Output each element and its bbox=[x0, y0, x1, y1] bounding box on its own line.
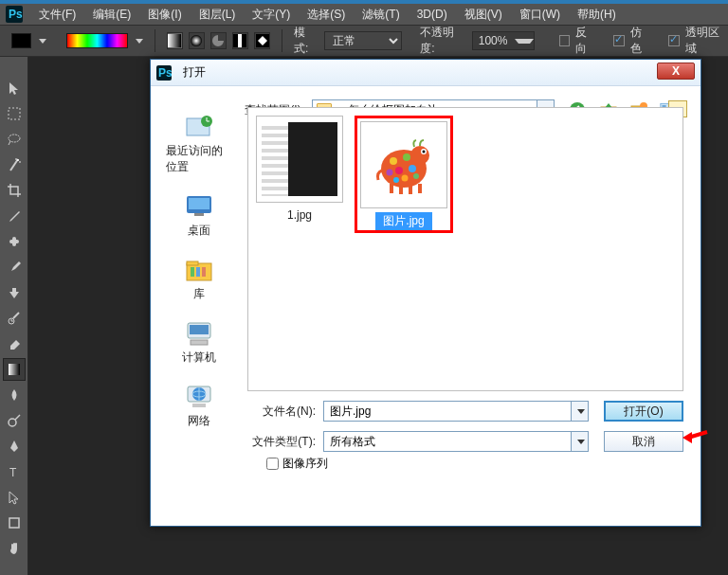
dialog-title: 打开 bbox=[183, 64, 206, 81]
place-computer[interactable]: 计算机 bbox=[182, 319, 216, 366]
gradient-angle-icon[interactable] bbox=[210, 32, 227, 49]
gradient-linear-icon[interactable] bbox=[167, 32, 183, 49]
eyedropper-tool-icon[interactable] bbox=[3, 205, 26, 227]
dialog-titlebar[interactable]: Ps 打开 X bbox=[151, 60, 701, 86]
options-bar: 模式: 正常 不透明度: 100% 反向 仿色 透明区域 bbox=[0, 25, 728, 57]
mode-label: 模式: bbox=[294, 25, 318, 57]
image-sequence-label: 图像序列 bbox=[282, 456, 328, 472]
svg-rect-31 bbox=[189, 198, 209, 209]
open-dialog: Ps 打开 X 查找范围(I): ps怎么给抠图加白边 最近访问的位置 bbox=[150, 59, 701, 527]
gradient-diamond-icon[interactable] bbox=[254, 32, 270, 49]
gradient-dropdown-icon[interactable] bbox=[136, 39, 143, 44]
place-desktop[interactable]: 桌面 bbox=[183, 192, 215, 239]
svg-point-55 bbox=[413, 173, 419, 179]
move-tool-icon[interactable] bbox=[3, 77, 26, 99]
svg-text:Ps: Ps bbox=[9, 8, 23, 21]
file-item-2[interactable]: 图片.jpg bbox=[355, 116, 453, 233]
lasso-tool-icon[interactable] bbox=[3, 128, 26, 151]
reverse-checkbox[interactable] bbox=[559, 35, 570, 46]
svg-point-46 bbox=[410, 146, 429, 165]
cancel-button[interactable]: 取消 bbox=[604, 431, 683, 452]
menu-image[interactable]: 图像(I) bbox=[139, 4, 190, 25]
svg-point-11 bbox=[15, 158, 17, 160]
dither-label: 仿色 bbox=[630, 25, 652, 57]
main-menubar: Ps 文件(F) 编辑(E) 图像(I) 图层(L) 文字(Y) 选择(S) 滤… bbox=[0, 4, 728, 25]
filename-input[interactable] bbox=[323, 401, 572, 422]
filetype-label: 文件类型(T): bbox=[247, 434, 323, 450]
file-list[interactable]: 1.jpg bbox=[247, 107, 683, 391]
marquee-tool-icon[interactable] bbox=[3, 102, 26, 125]
eraser-tool-icon[interactable] bbox=[3, 332, 26, 355]
libraries-icon bbox=[183, 256, 215, 284]
menu-file[interactable]: 文件(F) bbox=[30, 4, 84, 25]
svg-rect-60 bbox=[418, 184, 422, 193]
crop-tool-icon[interactable] bbox=[3, 179, 26, 202]
gradient-reflected-icon[interactable] bbox=[232, 32, 248, 49]
history-brush-tool-icon[interactable] bbox=[3, 307, 26, 330]
filename-dropdown-icon[interactable] bbox=[572, 401, 589, 422]
opacity-field[interactable]: 100% bbox=[472, 31, 536, 50]
dodge-tool-icon[interactable] bbox=[3, 409, 26, 432]
svg-rect-57 bbox=[390, 184, 393, 193]
type-tool-icon[interactable]: T bbox=[3, 460, 26, 483]
places-bar: 最近访问的位置 桌面 库 计算机 网络 bbox=[166, 113, 232, 429]
svg-point-8 bbox=[9, 135, 20, 142]
gradient-tool-icon[interactable] bbox=[3, 358, 26, 381]
magic-wand-tool-icon[interactable] bbox=[3, 153, 26, 176]
clone-tool-icon[interactable] bbox=[3, 281, 26, 304]
svg-point-10 bbox=[19, 161, 21, 163]
opacity-label: 不透明度: bbox=[420, 25, 465, 57]
shape-tool-icon[interactable] bbox=[3, 512, 26, 534]
reverse-label: 反向 bbox=[575, 25, 597, 57]
menu-text[interactable]: 文字(Y) bbox=[244, 4, 299, 25]
place-libraries[interactable]: 库 bbox=[183, 256, 215, 302]
menu-help[interactable]: 帮助(H) bbox=[569, 4, 625, 25]
menu-select[interactable]: 选择(S) bbox=[299, 4, 354, 25]
file-item-1[interactable]: 1.jpg bbox=[256, 116, 343, 222]
place-network[interactable]: 网络 bbox=[183, 383, 215, 429]
mode-select[interactable]: 正常 bbox=[324, 31, 402, 50]
svg-rect-15 bbox=[9, 364, 20, 375]
svg-rect-13 bbox=[12, 237, 16, 246]
svg-rect-39 bbox=[190, 325, 209, 334]
svg-rect-35 bbox=[191, 267, 194, 277]
foreground-swatch[interactable] bbox=[11, 33, 31, 48]
svg-rect-7 bbox=[9, 108, 20, 119]
ps-logo-icon: Ps bbox=[4, 4, 25, 25]
svg-rect-34 bbox=[187, 261, 198, 265]
menu-3d[interactable]: 3D(D) bbox=[409, 4, 456, 25]
gradient-swatch[interactable] bbox=[66, 33, 127, 48]
place-desktop-label: 桌面 bbox=[188, 223, 210, 239]
svg-point-3 bbox=[191, 35, 202, 46]
path-select-tool-icon[interactable] bbox=[3, 486, 26, 509]
filetype-select[interactable]: 所有格式 bbox=[323, 431, 572, 452]
brush-tool-icon[interactable] bbox=[3, 256, 26, 279]
dialog-ps-icon: Ps bbox=[156, 65, 172, 81]
svg-rect-59 bbox=[409, 186, 412, 194]
place-recent[interactable]: 最近访问的位置 bbox=[166, 113, 232, 175]
transparency-checkbox[interactable] bbox=[668, 35, 679, 46]
svg-point-16 bbox=[9, 419, 16, 426]
filetype-dropdown-icon[interactable] bbox=[572, 431, 589, 452]
svg-text:T: T bbox=[9, 466, 17, 479]
desktop-icon bbox=[183, 192, 215, 221]
swatch-dropdown-icon[interactable] bbox=[39, 39, 46, 44]
menu-window[interactable]: 窗口(W) bbox=[511, 4, 569, 25]
dither-checkbox[interactable] bbox=[613, 35, 624, 46]
svg-text:Ps: Ps bbox=[158, 66, 172, 80]
gradient-radial-icon[interactable] bbox=[189, 32, 205, 49]
hand-tool-icon[interactable] bbox=[3, 537, 26, 560]
pen-tool-icon[interactable] bbox=[3, 435, 26, 458]
blur-tool-icon[interactable] bbox=[3, 384, 26, 406]
file-item-1-label: 1.jpg bbox=[287, 207, 312, 222]
menu-edit[interactable]: 编辑(E) bbox=[84, 4, 139, 25]
open-button[interactable]: 打开(O) bbox=[604, 401, 683, 422]
healing-tool-icon[interactable] bbox=[3, 230, 26, 253]
menu-layer[interactable]: 图层(L) bbox=[191, 4, 245, 25]
dialog-close-button[interactable]: X bbox=[657, 63, 695, 80]
computer-icon bbox=[183, 319, 215, 348]
menu-filter[interactable]: 滤镜(T) bbox=[354, 4, 408, 25]
svg-point-9 bbox=[17, 159, 19, 161]
image-sequence-checkbox[interactable] bbox=[266, 458, 279, 470]
menu-view[interactable]: 视图(V) bbox=[456, 4, 511, 25]
